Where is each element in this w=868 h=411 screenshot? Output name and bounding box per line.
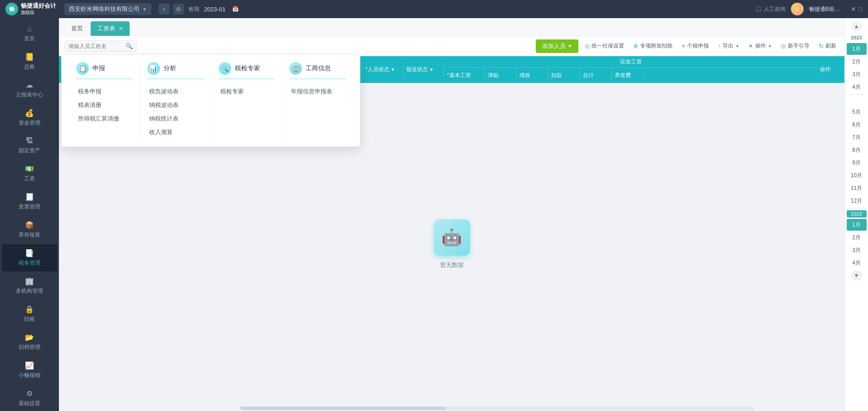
cal-month-jul[interactable]: 7月 <box>847 131 867 143</box>
section-header-biz-info: 🏢 工商信息 <box>289 62 345 79</box>
cal-month-feb[interactable]: 2月 <box>847 56 867 68</box>
tax-decl-label: 个税申报 <box>687 42 709 50</box>
new-guide-icon: ◎ <box>781 43 786 49</box>
support-btn[interactable]: 🎧 人工咨询 <box>755 5 786 13</box>
dropdown-section-tax-expert: 🔍 税检专家 税检专家 <box>211 62 282 139</box>
th-salary-group-label: 应发工资 <box>444 56 817 68</box>
cal-month-jun[interactable]: 6月 <box>847 119 867 131</box>
add-employee-btn[interactable]: 添加人员 ▼ <box>536 39 578 53</box>
cal-down-btn[interactable]: ▼ <box>851 270 862 281</box>
cal-month-aug[interactable]: 8月 <box>847 144 867 156</box>
sidebar-label-multi: 多机构管理 <box>16 287 43 295</box>
app-title: 畅捷通好会计 <box>21 2 56 10</box>
th-status[interactable]: *人员状态 ▼ <box>363 62 403 77</box>
search-input[interactable] <box>68 43 123 49</box>
sidebar-item-report[interactable]: 📈 小畅报销 <box>2 357 57 384</box>
support-label: 人工咨询 <box>764 5 786 13</box>
tax-expert-icon: 🔍 <box>218 62 231 75</box>
item-tax-fluctuation[interactable]: 纳税波动表 <box>147 98 204 112</box>
report-filter-icon: ▼ <box>429 67 434 72</box>
search-wrap: 🔍 <box>64 40 137 52</box>
analysis-icon: 📊 <box>147 62 160 75</box>
cal-month-dec[interactable]: 12月 <box>847 195 867 207</box>
item-tax-declaration[interactable]: 税务申报 <box>76 85 132 98</box>
social-label: 统一社保设置 <box>592 42 624 50</box>
th-report-status[interactable]: 报送状态 ▼ <box>403 62 444 77</box>
funds-icon: 💰 <box>25 109 34 117</box>
item-tax-burden[interactable]: 税负波动表 <box>147 85 204 98</box>
sidebar-item-invoice[interactable]: 🧾 发票管理 <box>2 188 57 215</box>
export-btn[interactable]: ↑ 导出 ▼ <box>715 40 742 52</box>
header-right: 🎧 人工咨询 U 畅捷通B组… ✕ □ <box>755 3 863 15</box>
sidebar-item-multi[interactable]: 🏢 多机构管理 <box>2 272 57 300</box>
company-selector[interactable]: 西安虾米网络科技有限公司 ▼ <box>64 3 151 15</box>
cal-month-feb-2[interactable]: 2月 <box>847 232 867 243</box>
item-income-tax[interactable]: 所得税汇算清缴 <box>76 112 132 126</box>
invoice-icon: 🧾 <box>25 193 34 201</box>
cal-month-oct[interactable]: 10月 <box>847 169 867 181</box>
basic-icon: ⚙ <box>26 389 33 398</box>
sidebar-item-inventory[interactable]: 📦 库存核算 <box>2 216 57 243</box>
th-total: 合计 <box>580 68 612 83</box>
sidebar-item-assets[interactable]: 🏗 固定资产 <box>2 132 57 159</box>
cal-month-nov[interactable]: 11月 <box>847 182 867 194</box>
cal-year-2023: 2023 <box>847 33 867 42</box>
window-close-btn[interactable]: ✕ <box>851 5 856 13</box>
add-company-btn[interactable]: + <box>159 4 170 15</box>
user-name[interactable]: 畅捷通B组… <box>809 5 840 13</box>
home-icon: ⌂ <box>27 25 32 33</box>
item-tax-statistics[interactable]: 纳税统计表 <box>147 112 204 126</box>
multi-icon: 🏢 <box>25 277 34 285</box>
company-name: 西安虾米网络科技有限公司 <box>69 5 140 13</box>
window-maximize-btn[interactable]: □ <box>859 5 863 13</box>
tax-declaration-btn[interactable]: ≡ 个税申报 <box>679 40 712 52</box>
toolbar: 🔍 添加人员 ▼ ◎ 统一社保设置 ⊕ 专项附加扣除 ≡ 个税申报 ↑ 导出 <box>59 36 844 56</box>
cal-month-may[interactable]: 5月 <box>847 106 867 118</box>
operate-btn[interactable]: ✦ 操作 ▼ <box>746 40 775 52</box>
cal-month-jan-2[interactable]: 1月 <box>847 219 867 231</box>
cal-up-btn[interactable]: ▲ <box>851 21 862 32</box>
cal-month-sep[interactable]: 9月 <box>847 157 867 169</box>
sidebar-item-closing[interactable]: 🔒 结账 <box>2 300 57 328</box>
logo-area: 畅 畅捷通好会计 旗舰版 <box>5 2 60 16</box>
scrollbar-thumb[interactable] <box>240 406 446 410</box>
table-scrollbar[interactable] <box>59 406 844 411</box>
cal-month-mar-2[interactable]: 3月 <box>847 244 867 256</box>
sidebar-item-funds[interactable]: 💰 资金管理 <box>2 104 57 131</box>
period-calendar-icon[interactable]: 📅 <box>232 6 239 12</box>
item-tax-expert[interactable]: 税检专家 <box>218 85 275 98</box>
sidebar-item-ledger[interactable]: 📒 总账 <box>2 48 57 75</box>
social-insurance-btn[interactable]: ◎ 统一社保设置 <box>582 40 627 52</box>
cal-divider <box>849 94 865 95</box>
tax-expert-title: 税检专家 <box>235 64 260 73</box>
sidebar-label-funds: 资金管理 <box>19 119 40 127</box>
cal-month-apr[interactable]: 4月 <box>847 81 867 93</box>
item-annual-report[interactable]: 年报信息申报表 <box>289 85 345 98</box>
cal-month-mar[interactable]: 3月 <box>847 68 867 80</box>
cal-month-jan[interactable]: 1月 <box>847 43 867 55</box>
item-tax-table[interactable]: 税表清册 <box>76 98 132 112</box>
sidebar-label-inventory: 库存核算 <box>19 231 40 239</box>
sidebar-item-home[interactable]: ⌂ 首页 <box>2 20 57 47</box>
th-base: *基本工资 <box>444 68 485 83</box>
item-income-estimate[interactable]: 收入测算 <box>147 126 204 139</box>
new-guide-btn[interactable]: ◎ 新手引导 <box>778 40 812 52</box>
tab-home[interactable]: 首页 <box>64 21 90 36</box>
sidebar: ⌂ 首页 📒 总账 ☁ 云报表中心 💰 资金管理 🏗 固定资产 💵 工资 🧾 发… <box>0 18 59 411</box>
refresh-btn[interactable]: ↻ 刷新 <box>816 40 839 52</box>
top-header: 畅 畅捷通好会计 旗舰版 西安虾米网络科技有限公司 ▼ + ⚙ 账期 2023-… <box>0 0 868 18</box>
sidebar-item-tax[interactable]: 📑 税务管理 <box>2 244 57 271</box>
tab-salary-close[interactable]: ✕ <box>119 26 123 32</box>
special-deduction-btn[interactable]: ⊕ 专项附加扣除 <box>630 40 675 52</box>
settings-btn[interactable]: ⚙ <box>173 4 184 15</box>
sidebar-item-archive[interactable]: 📂 归档管理 <box>2 329 57 356</box>
section-header-analysis: 📊 分析 <box>147 62 204 79</box>
sidebar-item-basic[interactable]: ⚙ 基础设置 <box>2 385 57 411</box>
sidebar-label-cloud: 云报表中心 <box>16 91 43 99</box>
tab-salary[interactable]: 工资表 ✕ <box>91 21 130 36</box>
analysis-title: 分析 <box>164 64 176 73</box>
sidebar-item-salary[interactable]: 💵 工资 <box>2 160 57 187</box>
report-icon: 📈 <box>25 361 34 370</box>
sidebar-item-cloud[interactable]: ☁ 云报表中心 <box>2 76 57 103</box>
cal-month-apr-2[interactable]: 4月 <box>847 257 867 269</box>
